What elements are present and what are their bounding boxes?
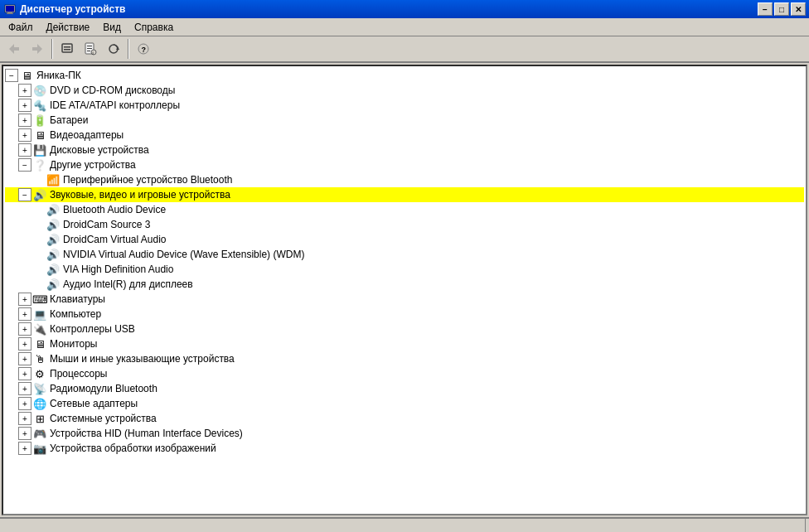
- tree-item-computer[interactable]: +💻Компьютер: [5, 307, 804, 322]
- tree-item-dvd[interactable]: +💿DVD и CD-ROM дисководы: [5, 83, 804, 98]
- tree-item-usb[interactable]: +🔌Контроллеры USB: [5, 322, 804, 336]
- tree-label-other: Другие устройства: [50, 159, 136, 171]
- tree-item-radio-bt[interactable]: +📡Радиомодули Bluetooth: [5, 381, 804, 396]
- tree-expander-audio-group[interactable]: −: [18, 188, 31, 201]
- svg-rect-7: [64, 46, 70, 48]
- tree-item-audio-group[interactable]: −🔊Звуковые, видео и игровые устройства: [5, 187, 804, 202]
- tree-item-processors[interactable]: +⚙Процессоры: [5, 366, 804, 381]
- tree-expander-root[interactable]: −: [5, 69, 18, 82]
- maximize-button[interactable]: □: [774, 2, 789, 16]
- tree-leaf-spacer[interactable]: [31, 203, 45, 216]
- tree-expander-video[interactable]: +: [18, 128, 31, 142]
- tree-label-via-audio: VIA High Definition Audio: [63, 264, 173, 275]
- title-text: Диспетчер устройств: [20, 3, 125, 15]
- radio-icon: 📡: [33, 382, 46, 395]
- tree-item-ide[interactable]: +🔩IDE ATA/ATAPI контроллеры: [5, 98, 804, 113]
- back-button[interactable]: [3, 38, 25, 60]
- audio-icon: 🔊: [46, 278, 60, 291]
- tree-view[interactable]: −🖥Яника-ПК+💿DVD и CD-ROM дисководы+🔩IDE …: [3, 66, 806, 514]
- mouse-icon: 🖱: [33, 352, 46, 365]
- tree-label-battery: Батареи: [50, 114, 88, 126]
- menu-view[interactable]: Вид: [96, 20, 128, 35]
- tree-item-network[interactable]: +🌐Сетевые адаптеры: [5, 396, 804, 411]
- tree-item-root[interactable]: −🖥Яника-ПК: [5, 68, 804, 83]
- close-button[interactable]: ✕: [791, 2, 806, 16]
- audio-icon: 🔊: [46, 263, 60, 276]
- undo-button[interactable]: [56, 38, 78, 60]
- tree-item-disk[interactable]: +💾Дисковые устройства: [5, 143, 804, 157]
- tree-expander-hid[interactable]: +: [18, 427, 31, 440]
- computer-icon: 🖥: [20, 69, 33, 82]
- tree-item-battery[interactable]: +🔋Батареи: [5, 113, 804, 128]
- camera-icon: 📷: [33, 442, 46, 455]
- tree-item-bt-audio[interactable]: 🔊Bluetooth Audio Device: [5, 202, 804, 217]
- tree-expander-system[interactable]: +: [18, 412, 31, 425]
- tree-expander-radio-bt[interactable]: +: [18, 382, 31, 395]
- title-controls: − □ ✕: [758, 2, 806, 16]
- tree-expander-battery[interactable]: +: [18, 114, 31, 127]
- tree-expander-network[interactable]: +: [18, 397, 31, 410]
- scan-button[interactable]: [103, 38, 124, 60]
- svg-rect-3: [7, 13, 13, 14]
- svg-marker-4: [9, 44, 19, 54]
- tree-expander-processors[interactable]: +: [18, 367, 31, 380]
- tree-label-system: Системные устройства: [50, 413, 157, 424]
- tree-expander-dvd[interactable]: +: [18, 84, 31, 97]
- monitor-icon: 🖥: [33, 337, 46, 351]
- svg-rect-12: [87, 51, 90, 51]
- tree-leaf-spacer[interactable]: [31, 173, 45, 186]
- tree-item-keyboard[interactable]: +⌨Клавиатуры: [5, 292, 804, 307]
- menu-help[interactable]: Справка: [128, 20, 180, 35]
- tree-item-mice[interactable]: +🖱Мыши и иные указывающие устройства: [5, 351, 804, 366]
- tree-expander-usb[interactable]: +: [18, 322, 31, 336]
- tree-expander-ide[interactable]: +: [18, 99, 31, 112]
- tree-leaf-spacer[interactable]: [31, 233, 45, 246]
- tree-label-root: Яника-ПК: [36, 70, 81, 81]
- tree-expander-keyboard[interactable]: +: [18, 293, 31, 306]
- tree-label-bt-peripheral: Периферийное устройство Bluetooth: [63, 174, 232, 186]
- tree-item-imaging[interactable]: +📷Устройства обработки изображений: [5, 441, 804, 456]
- svg-text:i: i: [93, 51, 94, 56]
- audio-icon: 🔊: [46, 248, 60, 261]
- tree-item-droidcam-virt[interactable]: 🔊DroidCam Virtual Audio: [5, 232, 804, 247]
- tree-item-other[interactable]: −❔Другие устройства: [5, 157, 804, 172]
- tree-leaf-spacer[interactable]: [31, 218, 45, 231]
- tree-leaf-spacer[interactable]: [31, 278, 45, 291]
- properties-button[interactable]: i: [80, 38, 101, 60]
- tree-item-system[interactable]: +⊞Системные устройства: [5, 411, 804, 426]
- tree-item-via-audio[interactable]: 🔊VIA High Definition Audio: [5, 262, 804, 277]
- tree-expander-imaging[interactable]: +: [18, 442, 31, 455]
- toolbar-sep-1: [51, 39, 53, 59]
- tree-expander-other[interactable]: −: [18, 158, 31, 172]
- battery-icon: 🔋: [33, 114, 46, 127]
- disk-icon: 💾: [33, 143, 46, 157]
- tree-item-droidcam-src[interactable]: 🔊DroidCam Source 3: [5, 217, 804, 232]
- processor-icon: ⚙: [33, 367, 46, 380]
- tree-expander-computer[interactable]: +: [18, 307, 31, 321]
- tree-item-video[interactable]: +🖥Видеоадаптеры: [5, 128, 804, 143]
- tree-label-droidcam-src: DroidCam Source 3: [63, 219, 150, 230]
- tree-label-computer: Компьютер: [50, 308, 101, 320]
- menu-file[interactable]: Файл: [2, 20, 40, 35]
- tree-item-intel-audio[interactable]: 🔊Аудио Intel(R) для дисплеев: [5, 277, 804, 292]
- tree-item-bt-peripheral[interactable]: 📶Периферийное устройство Bluetooth: [5, 172, 804, 187]
- forward-button[interactable]: [27, 38, 48, 60]
- tree-label-nvidia-audio: NVIDIA Virtual Audio Device (Wave Extens…: [63, 249, 304, 260]
- tree-label-disk: Дисковые устройства: [50, 144, 149, 156]
- toolbar-sep-2: [128, 39, 129, 59]
- tree-item-monitors[interactable]: +🖥Мониторы: [5, 336, 804, 351]
- tree-leaf-spacer[interactable]: [31, 263, 45, 276]
- tree-item-hid[interactable]: +🎮Устройства HID (Human Interface Device…: [5, 426, 804, 441]
- tree-item-nvidia-audio[interactable]: 🔊NVIDIA Virtual Audio Device (Wave Exten…: [5, 247, 804, 262]
- minimize-button[interactable]: −: [758, 2, 773, 16]
- menu-action[interactable]: Действие: [40, 20, 97, 35]
- svg-rect-2: [7, 12, 12, 13]
- usb-icon: 🔌: [33, 322, 46, 336]
- tree-label-usb: Контроллеры USB: [50, 323, 135, 335]
- tree-expander-mice[interactable]: +: [18, 352, 31, 365]
- tree-leaf-spacer[interactable]: [31, 248, 45, 261]
- help-button[interactable]: ?: [133, 38, 154, 60]
- cpu-icon: 💻: [33, 307, 46, 321]
- tree-expander-disk[interactable]: +: [18, 143, 31, 157]
- tree-expander-monitors[interactable]: +: [18, 337, 31, 351]
